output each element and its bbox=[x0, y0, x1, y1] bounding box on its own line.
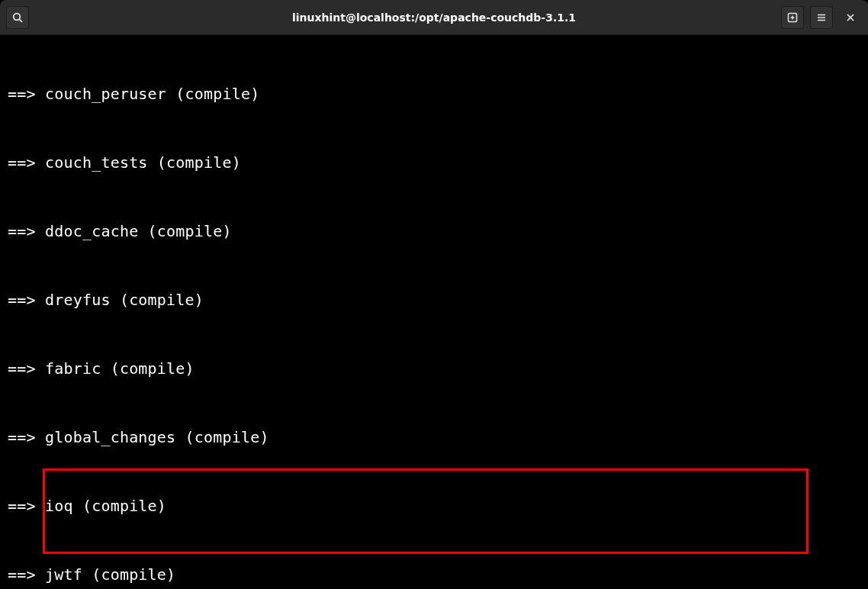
close-icon bbox=[844, 11, 857, 24]
terminal-line: ==> couch_tests (compile) bbox=[8, 151, 860, 174]
terminal-line: ==> global_changes (compile) bbox=[8, 426, 860, 449]
terminal-line: ==> fabric (compile) bbox=[8, 357, 860, 380]
svg-line-1 bbox=[19, 19, 22, 22]
svg-point-0 bbox=[14, 13, 21, 20]
terminal-line: ==> jwtf (compile) bbox=[8, 563, 860, 586]
new-tab-icon bbox=[786, 11, 799, 24]
new-tab-button[interactable] bbox=[781, 6, 804, 29]
window-title: linuxhint@localhost:/opt/apache-couchdb-… bbox=[6, 11, 862, 24]
terminal-line: ==> couch_peruser (compile) bbox=[8, 82, 860, 105]
search-button[interactable] bbox=[6, 6, 29, 29]
terminal-window: linuxhint@localhost:/opt/apache-couchdb-… bbox=[0, 0, 868, 589]
terminal-line: ==> ioq (compile) bbox=[8, 494, 860, 517]
close-button[interactable] bbox=[839, 6, 862, 29]
titlebar: linuxhint@localhost:/opt/apache-couchdb-… bbox=[0, 0, 868, 35]
terminal-line: ==> dreyfus (compile) bbox=[8, 288, 860, 311]
menu-button[interactable] bbox=[810, 6, 833, 29]
hamburger-icon bbox=[815, 11, 828, 24]
terminal-line: ==> ddoc_cache (compile) bbox=[8, 220, 860, 243]
search-icon bbox=[11, 11, 24, 24]
terminal-body[interactable]: ==> couch_peruser (compile) ==> couch_te… bbox=[0, 35, 868, 589]
